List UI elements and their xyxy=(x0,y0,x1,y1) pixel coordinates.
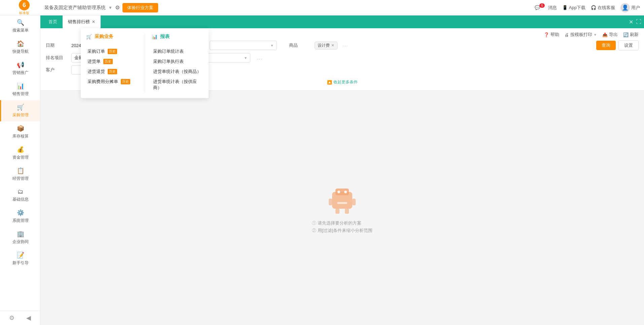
sidebar-item-sales[interactable]: 📊 销售管理 xyxy=(0,79,40,100)
sidebar-label-purchase: 采购管理 xyxy=(12,112,29,118)
tab-bar-right: ✕ ⛶ xyxy=(629,19,641,25)
sidebar-label-enterprise: 企业协同 xyxy=(12,239,29,245)
sidebar-item-operations[interactable]: 📋 经营管理 xyxy=(0,164,40,185)
menu-item-purchase-order-exec[interactable]: 采购订单执行表 xyxy=(152,56,204,67)
sidebar-label-operations: 经营管理 xyxy=(12,176,29,181)
header-right: 💬 6 消息 📱 App下载 🎧 在线客服 👤 用户 xyxy=(535,3,640,12)
goods-dots[interactable]: ··· xyxy=(343,43,349,48)
status-select[interactable]: ▼ xyxy=(210,41,277,50)
settings-button[interactable]: 设置 xyxy=(618,40,639,50)
customer-label: 客户 xyxy=(46,67,66,73)
tab-sales-ranking[interactable]: 销售排行榜 ✕ xyxy=(63,15,101,28)
svg-rect-8 xyxy=(345,209,349,214)
basic-info-icon: 🗂 xyxy=(17,188,24,195)
sidebar-item-purchase[interactable]: 🛒 采购管理 xyxy=(0,100,40,121)
goods-receipt-badge: 历史 xyxy=(103,59,113,64)
logo-sub: 标准版 xyxy=(19,11,29,15)
avatar: 👤 xyxy=(620,3,630,12)
menu-item-purchase-order-stats[interactable]: 采购订单统计表 xyxy=(152,46,204,56)
tab-close-icon[interactable]: ✕ xyxy=(92,19,95,24)
export-icon: 📤 xyxy=(602,32,608,37)
logo-icon: 6 xyxy=(19,0,30,10)
export-label: 导出 xyxy=(609,32,618,38)
purchase-order-stats-label: 采购订单统计表 xyxy=(153,48,184,54)
app-download-item[interactable]: 📱 App下载 xyxy=(562,5,585,11)
sidebar-item-finance[interactable]: 💰 资金管理 xyxy=(0,143,40,164)
sidebar-item-search[interactable]: 🔍 搜索菜单 xyxy=(0,15,40,37)
help-icon: ❓ xyxy=(544,32,549,37)
goods-label: 商品 xyxy=(289,42,309,48)
sidebar-footer: ⚙ ◀ xyxy=(0,311,40,325)
empty-tips: 请先选择要分析的方案 用[过滤]条件来缩小分析范围 xyxy=(312,219,372,234)
svg-point-2 xyxy=(337,191,340,193)
sidebar-item-marketing[interactable]: 📢 营销推广 xyxy=(0,58,40,79)
refresh-button[interactable]: 🔄 刷新 xyxy=(623,32,639,38)
tab-sales-ranking-label: 销售排行榜 xyxy=(68,19,90,25)
date-label: 日期 xyxy=(46,42,66,48)
sidebar-item-new-guide[interactable]: 📝 新手引导 xyxy=(0,248,40,269)
print-button[interactable]: 🖨 按模板打印 ▼ xyxy=(565,32,597,38)
menu-item-goods-stats-by-product[interactable]: 进货单统计表（按商品） xyxy=(152,67,204,77)
phone-icon: 📱 xyxy=(562,5,568,10)
notification-item[interactable]: 💬 6 消息 xyxy=(535,5,557,11)
svg-rect-5 xyxy=(329,199,332,205)
notification-badge: 6 xyxy=(539,3,545,8)
notification-label: 消息 xyxy=(548,5,557,11)
menu-item-goods-stats-by-supplier[interactable]: 进货单统计表（按供应商） xyxy=(152,77,204,93)
user-label: 用户 xyxy=(631,5,640,11)
report-section-title: 报表 xyxy=(160,34,170,40)
sidebar-item-enterprise[interactable]: 🏢 企业协同 xyxy=(0,227,40,248)
tab-expand-icon[interactable]: ⛶ xyxy=(636,19,641,25)
goods-return-badge: 历史 xyxy=(108,69,117,74)
menu-item-goods-receipt[interactable]: 进货单 历史 xyxy=(86,56,138,67)
goods-stats-product-label: 进货单统计表（按商品） xyxy=(153,69,201,75)
refresh-label: 刷新 xyxy=(630,32,639,38)
footer-settings-icon[interactable]: ⚙ xyxy=(9,314,14,322)
industry-button[interactable]: 体验行业方案 xyxy=(122,3,158,12)
system-dropdown-icon[interactable]: ▼ xyxy=(108,5,112,10)
finance-icon: 💰 xyxy=(17,146,24,153)
purchase-menu-section: 🛒 采购业务 采购订单 历史 进货单 历史 进货退货 历史 采购费用分摊单 xyxy=(86,34,138,93)
purchase-section-header: 🛒 采购业务 xyxy=(86,34,138,42)
purchase-order-label: 采购订单 xyxy=(87,48,105,54)
print-label: 按模板打印 xyxy=(570,32,592,38)
online-service-item[interactable]: 🎧 在线客服 xyxy=(591,5,615,11)
sidebar-label-quick-nav: 快捷导航 xyxy=(12,49,29,54)
svg-rect-4 xyxy=(337,202,347,204)
user-item[interactable]: 👤 用户 xyxy=(620,3,640,12)
export-button[interactable]: 📤 导出 xyxy=(602,32,618,38)
footer-collapse-icon[interactable]: ◀ xyxy=(26,314,31,322)
sidebar-label-search: 搜索菜单 xyxy=(12,28,29,33)
goods-tag-remove[interactable]: ✕ xyxy=(331,43,334,48)
tab-home[interactable]: 首页 xyxy=(43,15,63,28)
home-icon: 🏠 xyxy=(17,40,24,47)
empty-state: 请先选择要分析的方案 用[过滤]条件来缩小分析范围 xyxy=(40,91,644,325)
sidebar-item-system[interactable]: ⚙️ 系统管理 xyxy=(0,206,40,227)
staff-dots[interactable]: ... xyxy=(257,55,263,60)
print-dropdown-icon[interactable]: ▼ xyxy=(594,33,597,37)
query-button[interactable]: 查询 xyxy=(596,41,616,50)
staff-dropdown-icon: ▼ xyxy=(244,56,247,60)
guide-icon: 📝 xyxy=(17,251,24,259)
help-button[interactable]: ❓ 帮助 xyxy=(544,32,559,38)
empty-tip-1: 请先选择要分析的方案 xyxy=(318,220,361,226)
print-icon: 🖨 xyxy=(565,32,569,37)
menu-item-purchase-expense[interactable]: 采购费用分摊单 历史 xyxy=(86,77,138,87)
ranking-label: 排名项目 xyxy=(46,55,66,61)
online-service-label: 在线客服 xyxy=(598,5,615,11)
system-icon: ⚙️ xyxy=(17,209,24,216)
status-dropdown-icon: ▼ xyxy=(271,44,274,47)
menu-item-purchase-order[interactable]: 采购订单 历史 xyxy=(86,46,138,56)
sidebar-item-inventory[interactable]: 📦 库存核算 xyxy=(0,121,40,143)
sidebar-item-basic-info[interactable]: 🗂 基础信息 xyxy=(0,185,40,206)
svg-point-3 xyxy=(344,191,347,193)
settings-icon[interactable]: ⚙ xyxy=(115,4,120,11)
top-header: 6 标准版 装备及固定资产辅助管理系统 ▼ ⚙ 体验行业方案 💬 6 消息 📱 … xyxy=(0,0,644,15)
sidebar-item-quick-nav[interactable]: 🏠 快捷导航 xyxy=(0,37,40,58)
empty-illustration xyxy=(322,182,362,215)
sidebar-label-inventory: 库存核算 xyxy=(12,133,29,139)
menu-item-goods-return[interactable]: 进货退货 历史 xyxy=(86,67,138,77)
tab-close-window-icon[interactable]: ✕ xyxy=(629,19,633,25)
search-icon: 🔍 xyxy=(17,19,24,26)
tab-bar: 首页 销售排行榜 ✕ ✕ ⛶ xyxy=(40,15,644,28)
